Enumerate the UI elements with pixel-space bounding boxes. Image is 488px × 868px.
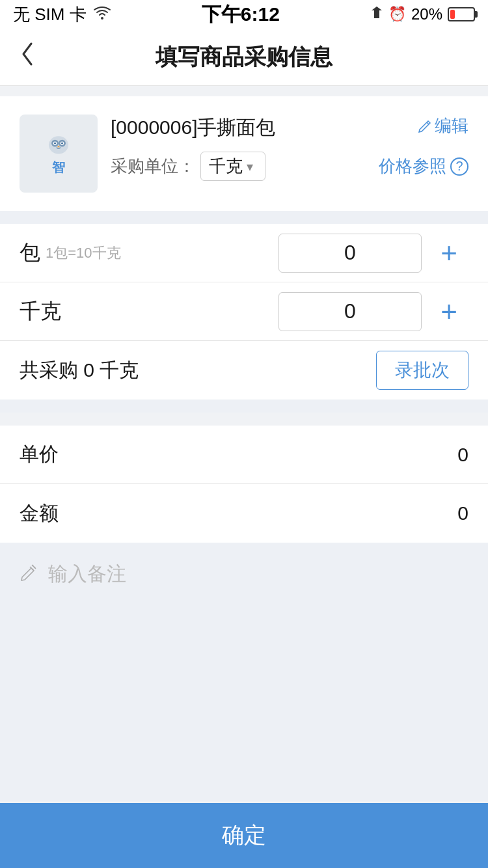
logo-text: 智 bbox=[52, 159, 65, 176]
svg-point-6 bbox=[54, 142, 56, 144]
bottom-fill bbox=[0, 606, 488, 801]
input-section: 包 1包=10千克 0 + 千克 0 + bbox=[0, 224, 488, 341]
info-section: 单价 0 金额 0 bbox=[0, 426, 488, 543]
unit-price-row: 单价 0 bbox=[0, 426, 488, 484]
back-button[interactable] bbox=[20, 41, 35, 73]
unit-price-label: 单价 bbox=[20, 441, 59, 468]
page-title: 填写商品采购信息 bbox=[156, 42, 332, 72]
confirm-button-label: 确定 bbox=[222, 821, 266, 850]
edit-button[interactable]: 编辑 bbox=[418, 115, 468, 137]
amount-value: 0 bbox=[457, 502, 468, 524]
battery-icon bbox=[448, 7, 475, 21]
bao-input-row: 包 1包=10千克 0 + bbox=[0, 224, 488, 282]
bao-plus-button[interactable]: + bbox=[429, 234, 468, 273]
svg-point-7 bbox=[61, 142, 63, 144]
status-right: ⏰ 20% bbox=[370, 5, 475, 23]
purchase-unit-row: 采购单位： 千克 ▾ 价格参照 ? bbox=[111, 152, 468, 181]
bao-number-input[interactable]: 0 bbox=[278, 234, 422, 273]
bao-input-right: 0 + bbox=[137, 234, 468, 273]
svg-point-1 bbox=[49, 136, 68, 154]
section-divider-2 bbox=[0, 400, 488, 413]
confirm-bar[interactable]: 确定 bbox=[0, 803, 488, 868]
location-icon bbox=[370, 5, 383, 23]
time-display: 下午6:12 bbox=[202, 1, 280, 28]
product-name-row: [0000006]手撕面包 编辑 bbox=[111, 115, 468, 141]
product-card: 智 [0000006]手撕面包 编辑 采购单位： 千克 ▾ 价 bbox=[0, 96, 488, 211]
section-divider-1 bbox=[0, 211, 488, 224]
bao-label: 包 bbox=[20, 239, 40, 267]
battery-percent: 20% bbox=[411, 5, 442, 23]
summary-row: 共采购 0 千克 录批次 bbox=[0, 341, 488, 400]
alarm-icon: ⏰ bbox=[388, 6, 406, 23]
kg-input-row: 千克 0 + bbox=[0, 282, 488, 341]
unit-value: 千克 bbox=[209, 155, 243, 178]
kg-input-right: 0 + bbox=[137, 292, 468, 331]
note-placeholder: 输入备注 bbox=[48, 561, 126, 588]
wifi-icon bbox=[93, 5, 111, 25]
amount-row: 金额 0 bbox=[0, 484, 488, 543]
status-bar: 无 SIM 卡 下午6:12 ⏰ 20% bbox=[0, 0, 488, 29]
amount-label: 金额 bbox=[20, 500, 59, 527]
unit-label: 采购单位： bbox=[111, 155, 195, 178]
kg-label: 千克 bbox=[20, 297, 61, 326]
record-batch-button[interactable]: 录批次 bbox=[376, 351, 468, 390]
product-image: 智 bbox=[20, 115, 98, 193]
carrier-label: 无 SIM 卡 bbox=[13, 3, 87, 26]
summary-text: 共采购 0 千克 bbox=[20, 357, 139, 384]
svg-point-0 bbox=[101, 17, 103, 20]
kg-plus-button[interactable]: + bbox=[429, 292, 468, 331]
pencil-icon bbox=[20, 563, 38, 586]
bao-label-group: 包 1包=10千克 bbox=[20, 239, 137, 267]
nav-bar: 填写商品采购信息 bbox=[0, 29, 488, 86]
dropdown-arrow-icon: ▾ bbox=[247, 159, 253, 174]
product-logo: 智 bbox=[36, 131, 81, 176]
battery-fill bbox=[450, 10, 455, 19]
help-icon: ? bbox=[450, 157, 468, 176]
bao-sub-label: 1包=10千克 bbox=[46, 243, 121, 263]
note-section[interactable]: 输入备注 bbox=[0, 543, 488, 606]
status-left: 无 SIM 卡 bbox=[13, 3, 111, 26]
price-ref-button[interactable]: 价格参照 ? bbox=[379, 155, 468, 178]
unit-select[interactable]: 千克 ▾ bbox=[200, 152, 265, 181]
kg-number-input[interactable]: 0 bbox=[278, 292, 422, 331]
product-info: [0000006]手撕面包 编辑 采购单位： 千克 ▾ 价格参照 ? bbox=[111, 115, 468, 181]
product-name: [0000006]手撕面包 bbox=[111, 115, 275, 141]
kg-label-group: 千克 bbox=[20, 297, 137, 326]
unit-price-value: 0 bbox=[457, 444, 468, 466]
